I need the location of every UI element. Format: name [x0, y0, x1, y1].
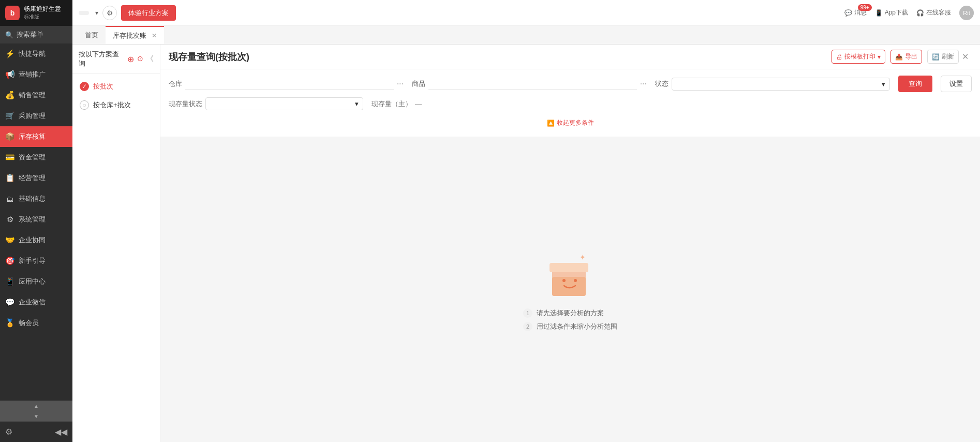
hint-text-1: 请先选择要分析的方案	[537, 308, 604, 318]
export-button[interactable]: 📤 导出	[890, 50, 922, 64]
svg-rect-2	[552, 277, 586, 296]
settings-icon[interactable]: ⚙	[5, 427, 12, 437]
tab-home-label: 首页	[85, 31, 98, 40]
sidebar-item-system[interactable]: ⚙系统管理	[0, 209, 72, 230]
sidebar-scroll-down[interactable]: ▼	[0, 411, 72, 421]
export-label: 导出	[905, 52, 917, 61]
collapse-filter-button[interactable]: 《	[146, 54, 154, 64]
tab-batch[interactable]: 库存批次账 ✕	[106, 26, 164, 44]
sidebar-item-collab[interactable]: 🤝企业协同	[0, 230, 72, 251]
sidebar-item-newbie[interactable]: 🎯新手引导	[0, 251, 72, 271]
inventory-status-dropdown-icon: ▾	[355, 100, 359, 108]
message-icon: 💬	[844, 9, 852, 17]
empty-hint-2: 2 用过滤条件来缩小分析范围	[523, 322, 617, 331]
nav-icon-purchase: 🛒	[5, 111, 14, 121]
online-service-button[interactable]: 🎧 在线客服	[916, 8, 951, 17]
sidebar: b 畅康通好生意 标准版 🔍 搜索菜单 ⚡快捷导航📢营销推广💰销售管理🛒采购管理…	[0, 0, 72, 442]
status-select[interactable]: ▾	[672, 78, 890, 91]
sidebar-header: b 畅康通好生意 标准版	[0, 0, 72, 26]
collapse-more-label: 收起更多条件	[557, 119, 594, 127]
nav-icon-member: 🏅	[5, 318, 14, 328]
inventory-status-select[interactable]: ▾	[205, 97, 363, 110]
nav-label-marketing: 营销推广	[19, 70, 46, 79]
filter-section: 仓库 ··· 商品 ··· 状态 ▾	[160, 69, 980, 137]
settings-button[interactable]: 设置	[941, 76, 972, 92]
page-header: 现存量查询(按批次) 🖨 按模板打印 ▾ 📤 导出 🔄 刷新	[160, 45, 980, 69]
print-button[interactable]: 🖨 按模板打印 ▾	[831, 50, 885, 64]
headset-icon: 🎧	[916, 9, 924, 17]
filter-panel-header: 按以下方案查询 ⊕ ⊙ 《	[72, 45, 160, 74]
experience-industry-button[interactable]: 体验行业方案	[121, 5, 176, 21]
empty-illustration: ✦	[544, 248, 596, 300]
filter-row-1: 仓库 ··· 商品 ··· 状态 ▾	[169, 76, 972, 92]
sidebar-item-finance[interactable]: 💳资金管理	[0, 147, 72, 168]
warehouse-input[interactable]	[185, 78, 394, 90]
sidebar-item-marketing[interactable]: 📢营销推广	[0, 64, 72, 85]
collapse-sidebar-icon[interactable]: ◀◀	[55, 427, 67, 437]
export-icon: 📤	[895, 53, 903, 61]
sidebar-item-purchase[interactable]: 🛒采购管理	[0, 106, 72, 126]
filter-item-batch-label: 按批次	[93, 82, 113, 91]
product-more-icon[interactable]: ···	[640, 79, 647, 89]
refresh-button[interactable]: 🔄 刷新	[927, 50, 959, 64]
refresh-icon: 🔄	[932, 53, 940, 61]
sidebar-title: 畅康通好生意	[24, 5, 61, 13]
nav-icon-wechat: 💬	[5, 298, 14, 307]
page-title: 现存量查询(按批次)	[169, 51, 831, 63]
warehouse-label: 仓库	[169, 79, 182, 89]
status-dropdown-icon: ▾	[882, 80, 885, 88]
messages-button[interactable]: 💬 消息 99+	[844, 8, 867, 17]
inventory-qty-label: 现存量（主）	[372, 99, 412, 109]
hint-number-1: 1	[523, 308, 532, 318]
warehouse-more-icon[interactable]: ···	[397, 79, 404, 89]
app-download-button[interactable]: 📱 App下载	[875, 8, 908, 17]
add-scheme-button[interactable]: ⊕	[127, 54, 134, 64]
phone-icon: 📱	[875, 9, 883, 17]
sidebar-item-member[interactable]: 🏅畅会员	[0, 313, 72, 333]
sidebar-scroll-up[interactable]: ▲	[0, 401, 72, 411]
nav-label-inventory: 库存核算	[19, 132, 46, 141]
sidebar-item-inventory[interactable]: 📦库存核算	[0, 126, 72, 147]
product-input[interactable]	[428, 78, 637, 90]
sidebar-item-operation[interactable]: 📋经营管理	[0, 168, 72, 188]
filter-item-wb-label: 按仓库+批次	[93, 100, 131, 110]
inventory-qty-field: 现存量（主） —	[372, 99, 566, 109]
gear-icon: ⚙	[107, 9, 113, 17]
search-menu-label: 搜索菜单	[17, 30, 43, 39]
brand-dropdown-button[interactable]: ▾	[95, 9, 98, 17]
edit-scheme-button[interactable]: ⊙	[137, 54, 143, 64]
sidebar-item-apps[interactable]: 📱应用中心	[0, 271, 72, 292]
page-actions: 🖨 按模板打印 ▾ 📤 导出 🔄 刷新	[831, 50, 959, 64]
sidebar-item-basic[interactable]: 🗂基础信息	[0, 188, 72, 209]
nav-label-member: 畅会员	[19, 318, 39, 328]
inventory-status-field: 现存量状态 ▾	[169, 97, 363, 110]
search-icon: 🔍	[5, 31, 13, 39]
empty-illustration-svg: ✦	[544, 248, 596, 300]
nav-label-operation: 经营管理	[19, 173, 46, 183]
sidebar-item-wechat[interactable]: 💬企业微信	[0, 292, 72, 313]
nav-icon-basic: 🗂	[5, 195, 14, 203]
nav-icon-operation: 📋	[5, 173, 14, 183]
page-close-button[interactable]: ✕	[959, 51, 972, 63]
sidebar-item-shortcut[interactable]: ⚡快捷导航	[0, 43, 72, 64]
filter-item-batch[interactable]: ✓ 按批次	[72, 77, 160, 96]
query-button[interactable]: 查询	[898, 76, 932, 92]
sidebar-nav: ⚡快捷导航📢营销推广💰销售管理🛒采购管理📦库存核算💳资金管理📋经营管理🗂基础信息…	[0, 43, 72, 401]
nav-icon-finance: 💳	[5, 153, 14, 162]
nav-label-shortcut: 快捷导航	[19, 49, 46, 58]
tab-batch-label: 库存批次账	[113, 31, 146, 40]
tab-home[interactable]: 首页	[78, 26, 106, 44]
nav-icon-marketing: 📢	[5, 70, 14, 79]
search-menu-button[interactable]: 🔍 搜索菜单	[0, 26, 72, 43]
sidebar-item-sales[interactable]: 💰销售管理	[0, 85, 72, 106]
tab-batch-close[interactable]: ✕	[152, 32, 157, 39]
nav-icon-system: ⚙	[5, 215, 14, 224]
user-avatar[interactable]: Rit	[959, 6, 974, 20]
filter-item-warehouse-batch[interactable]: ○ 按仓库+批次	[72, 96, 160, 114]
filter-header-label: 按以下方案查询	[79, 50, 123, 68]
topbar: ▾ ⚙ 体验行业方案 💬 消息 99+ 📱 App下载 🎧 在线客服 Rit	[72, 0, 980, 26]
online-service-label: 在线客服	[926, 8, 951, 17]
collapse-more-button[interactable]: 🔼 收起更多条件	[169, 115, 972, 130]
nav-label-system: 系统管理	[19, 215, 46, 224]
topbar-settings-button[interactable]: ⚙	[102, 6, 117, 20]
